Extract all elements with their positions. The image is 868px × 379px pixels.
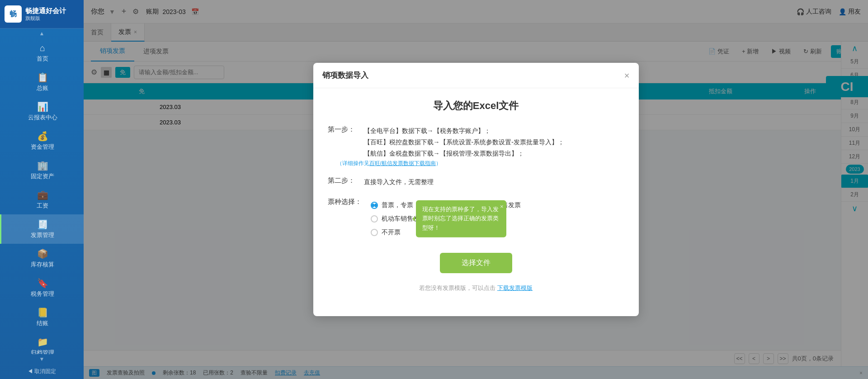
sidebar-item-ledger-label: 总账 <box>37 84 48 92</box>
step2-label: 第二步： <box>328 176 355 185</box>
tax-icon: 🔖 <box>37 278 48 289</box>
radio-dot-1 <box>372 204 374 207</box>
footer-text: 若您没有发票模版，可以点击 <box>419 284 495 291</box>
modal-footer: 若您没有发票模版，可以点击 下载发票模版 <box>328 284 624 292</box>
inventory-icon: 📦 <box>37 248 48 259</box>
step1-note-end: ） <box>436 160 441 166</box>
tooltip-bubble: × 现在支持的票种多了，导入发票时别忘了选择正确的发票类型呀！ <box>416 200 506 237</box>
sidebar: 畅 畅捷通好会计 旗舰版 ▲ ⌂ 首页 📋 总账 📊 云报表中心 💰 资金管理 … <box>0 0 84 379</box>
sidebar-item-settle-label: 结账 <box>37 319 48 327</box>
sidebar-item-inventory-label: 库存核算 <box>31 261 54 269</box>
select-file-button[interactable]: 选择文件 <box>440 253 512 273</box>
sidebar-item-invoice[interactable]: 🧾 发票管理 <box>0 214 84 244</box>
step1-note: （详细操作见百旺/航信发票数据下载指南） <box>337 160 624 167</box>
logo-icon: 畅 <box>5 5 22 23</box>
tooltip-close-button[interactable]: × <box>500 202 504 211</box>
sidebar-item-payroll[interactable]: 💼 工资 <box>0 185 84 214</box>
sidebar-nav: ⌂ 首页 📋 总账 📊 云报表中心 💰 资金管理 🏢 固定资产 💼 工资 🧾 发… <box>0 38 84 354</box>
sidebar-item-payroll-label: 工资 <box>37 202 48 210</box>
sidebar-item-reports[interactable]: 📊 云报表中心 <box>0 97 84 126</box>
step1-note-text: （详细操作见 <box>337 160 369 166</box>
sidebar-item-reports-label: 云报表中心 <box>28 114 57 122</box>
sidebar-item-funds[interactable]: 💰 资金管理 <box>0 126 84 156</box>
logo-sub: 旗舰版 <box>25 15 66 22</box>
sidebar-item-archive[interactable]: 📁 归档管理 <box>0 332 84 354</box>
radio-label-3: 不开票 <box>382 228 401 237</box>
radio-circle-2 <box>371 215 378 223</box>
sidebar-scroll-up[interactable]: ▲ <box>0 28 84 38</box>
sidebar-item-archive-label: 归档管理 <box>31 349 54 354</box>
modal-import: 销项数据导入 × 导入您的Excel文件 第一步： 【全电平台】数据下载→【税务… <box>313 63 639 316</box>
modal-body: 导入您的Excel文件 第一步： 【全电平台】数据下载→【税务数字账户】； 【百… <box>313 88 639 303</box>
funds-icon: 💰 <box>37 131 48 142</box>
step1-section: 第一步： 【全电平台】数据下载→【税务数字账户】； 【百旺】税控盘数据下载→【系… <box>328 125 624 167</box>
radio-circle-1 <box>371 202 378 209</box>
reports-icon: 📊 <box>37 101 48 112</box>
sidebar-item-inventory[interactable]: 📦 库存核算 <box>0 244 84 273</box>
modal-overlay[interactable]: 销项数据导入 × 导入您的Excel文件 第一步： 【全电平台】数据下载→【税务… <box>84 0 868 379</box>
sidebar-item-ledger[interactable]: 📋 总账 <box>0 67 84 97</box>
sidebar-item-home[interactable]: ⌂ 首页 <box>0 38 84 67</box>
modal-header: 销项数据导入 × <box>313 63 639 88</box>
sidebar-item-funds-label: 资金管理 <box>31 143 54 151</box>
step2-section: 第二步： 直接导入文件，无需整理 <box>328 176 624 189</box>
step1-content: 【全电平台】数据下载→【税务数字账户】； 【百旺】税控盘数据下载→【系统设置-系… <box>364 125 564 160</box>
payroll-icon: 💼 <box>37 190 48 200</box>
modal-main-title: 导入您的Excel文件 <box>328 99 624 113</box>
step1-guide-link[interactable]: 百旺/航信发票数据下载指南 <box>369 160 436 166</box>
invoice-icon: 🧾 <box>37 219 48 230</box>
radio-circle-3 <box>371 229 378 236</box>
step1-line1: 【全电平台】数据下载→【税务数字账户】； <box>364 125 564 137</box>
settle-icon: 📒 <box>37 307 48 318</box>
sidebar-item-tax-label: 税务管理 <box>31 290 54 298</box>
ledger-icon: 📋 <box>37 72 48 83</box>
modal-title: 销项数据导入 <box>322 70 368 81</box>
step1-line3: 【航信】金税盘数据下载→【报税管理-发票数据导出】； <box>364 148 564 159</box>
sidebar-unpin[interactable]: ◀ 取消固定 <box>0 364 84 379</box>
sidebar-item-settle[interactable]: 📒 结账 <box>0 303 84 332</box>
logo-name: 畅捷通好会计 <box>25 6 66 15</box>
sidebar-item-assets[interactable]: 🏢 固定资产 <box>0 156 84 185</box>
sidebar-item-tax[interactable]: 🔖 税务管理 <box>0 273 84 303</box>
step2-content: 直接导入文件，无需整理 <box>364 176 434 188</box>
home-icon: ⌂ <box>40 43 45 53</box>
step1-label: 第一步： <box>328 125 355 156</box>
sidebar-logo: 畅 畅捷通好会计 旗舰版 <box>0 0 84 28</box>
assets-icon: 🏢 <box>37 160 48 171</box>
sidebar-item-home-label: 首页 <box>37 55 48 63</box>
ticket-section: 票种选择： 普票，专票，卷票，通行费发票，农产品销售发票 机动车销售发票 <box>328 198 624 242</box>
step1-line2: 【百旺】税控盘数据下载→【系统设置-系统参数设置-发票批量导入】； <box>364 137 564 148</box>
sidebar-item-assets-label: 固定资产 <box>31 172 54 180</box>
tooltip-text: 现在支持的票种多了，导入发票时别忘了选择正确的发票类型呀！ <box>422 205 499 231</box>
sidebar-scroll-down[interactable]: ▼ <box>0 354 84 364</box>
ticket-label: 票种选择： <box>328 198 362 206</box>
archive-icon: 📁 <box>37 336 48 347</box>
modal-close-button[interactable]: × <box>624 71 630 80</box>
radio-option-2[interactable]: 机动车销售发票 × 现在支持的票种多了，导入发票时别忘了选择正确的发票类型呀！ <box>371 215 521 223</box>
radio-group: 普票，专票，卷票，通行费发票，农产品销售发票 机动车销售发票 × <box>371 201 521 242</box>
download-template-link[interactable]: 下载发票模版 <box>497 284 533 291</box>
sidebar-item-invoice-label: 发票管理 <box>31 231 54 239</box>
